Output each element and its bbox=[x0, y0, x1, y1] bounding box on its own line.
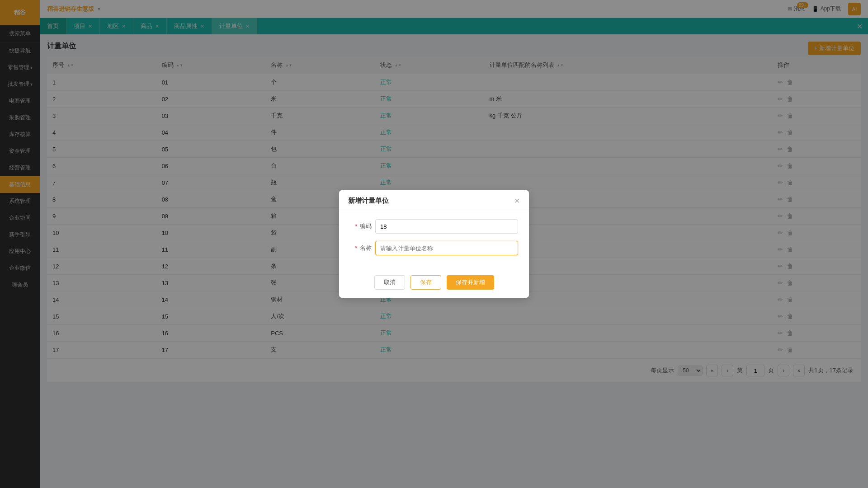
required-asterisk-name: * bbox=[355, 244, 357, 251]
code-label: * 编码 bbox=[350, 222, 372, 230]
save-button[interactable]: 保存 bbox=[410, 275, 441, 290]
add-unit-modal: 新增计量单位 ✕ * 编码 * 名称 取消 保存 保存并新增 bbox=[339, 190, 529, 298]
modal-body: * 编码 * 名称 bbox=[339, 210, 529, 270]
name-label-text: 名称 bbox=[360, 244, 372, 251]
modal-overlay: 新增计量单位 ✕ * 编码 * 名称 取消 保存 保存并新增 bbox=[0, 0, 868, 488]
name-input[interactable] bbox=[375, 241, 518, 255]
required-asterisk: * bbox=[355, 223, 357, 230]
name-label: * 名称 bbox=[350, 244, 372, 252]
code-label-text: 编码 bbox=[360, 223, 372, 230]
modal-header: 新增计量单位 ✕ bbox=[339, 190, 529, 210]
form-row-name: * 名称 bbox=[350, 241, 518, 255]
code-input[interactable] bbox=[375, 219, 518, 234]
modal-close-button[interactable]: ✕ bbox=[514, 197, 520, 205]
save-and-new-button[interactable]: 保存并新增 bbox=[447, 275, 494, 290]
form-row-code: * 编码 bbox=[350, 219, 518, 234]
modal-footer: 取消 保存 保存并新增 bbox=[339, 270, 529, 298]
modal-title: 新增计量单位 bbox=[348, 197, 389, 205]
cancel-button[interactable]: 取消 bbox=[374, 275, 405, 290]
